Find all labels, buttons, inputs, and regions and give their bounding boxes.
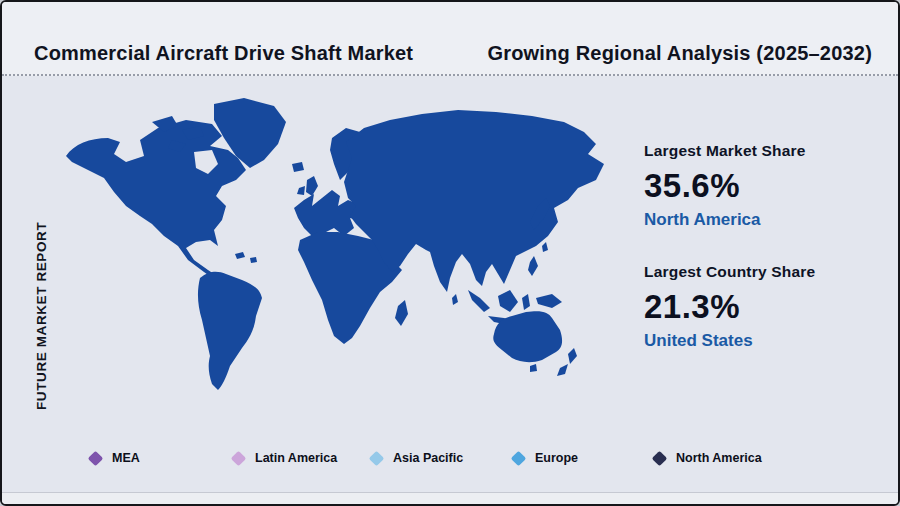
sumatra — [468, 290, 490, 312]
diamond-marker-icon — [369, 450, 385, 466]
new-guinea — [536, 294, 562, 308]
page-title-left: Commercial Aircraft Drive Shaft Market — [34, 42, 413, 65]
infographic-frame: Commercial Aircraft Drive Shaft Market G… — [0, 0, 900, 506]
stat-region: United States — [644, 331, 894, 351]
sulawesi — [522, 294, 530, 310]
diamond-marker-icon — [511, 450, 527, 466]
united-kingdom — [306, 176, 318, 196]
continent-south-america — [198, 272, 262, 390]
new-zealand — [557, 364, 568, 376]
iceland — [292, 162, 304, 172]
page-title-right: Growing Regional Analysis (2025–2032) — [487, 42, 872, 65]
stat-value: 35.6% — [644, 167, 894, 205]
header-band: Commercial Aircraft Drive Shaft Market G… — [2, 2, 898, 76]
brand-vertical-label: FUTURE MARKET REPORT — [34, 216, 49, 416]
stat-value: 21.3% — [644, 288, 894, 326]
legend-label: Asia Pacific — [393, 451, 463, 465]
stat-largest-country-share: Largest Country Share 21.3% United State… — [644, 263, 894, 351]
sri-lanka — [452, 294, 458, 305]
hispaniola — [250, 257, 257, 263]
philippines — [528, 256, 538, 276]
footer-strip — [2, 492, 898, 504]
legend-label: Europe — [535, 451, 578, 465]
legend-label: Latin America — [255, 451, 337, 465]
borneo — [498, 290, 518, 312]
diamond-marker-icon — [231, 450, 247, 466]
taiwan — [542, 242, 548, 252]
diamond-marker-icon — [88, 450, 104, 466]
stat-region: North America — [644, 210, 894, 230]
legend-label: MEA — [112, 451, 140, 465]
stat-largest-market-share: Largest Market Share 35.6% North America — [644, 142, 894, 230]
new-zealand — [568, 348, 577, 364]
legend-label: North America — [676, 451, 762, 465]
stat-label: Largest Country Share — [644, 263, 894, 281]
legend-item-asia-pacific: Asia Pacific — [371, 449, 463, 467]
cuba — [235, 252, 245, 259]
world-map-svg — [60, 94, 616, 406]
stat-label: Largest Market Share — [644, 142, 894, 160]
legend-item-europe: Europe — [513, 449, 578, 467]
madagascar — [395, 300, 408, 326]
legend-item-latin-america: Latin America — [233, 449, 337, 467]
world-map-shape — [66, 98, 604, 390]
tasmania — [530, 364, 537, 372]
legend-item-mea: MEA — [90, 449, 140, 467]
world-map — [60, 94, 616, 406]
diamond-marker-icon — [652, 450, 668, 466]
ireland — [297, 186, 305, 195]
legend: MEA Latin America Asia Pacific Europe No… — [2, 449, 900, 469]
legend-item-north-america: North America — [654, 449, 762, 467]
continent-north-america — [66, 120, 246, 284]
